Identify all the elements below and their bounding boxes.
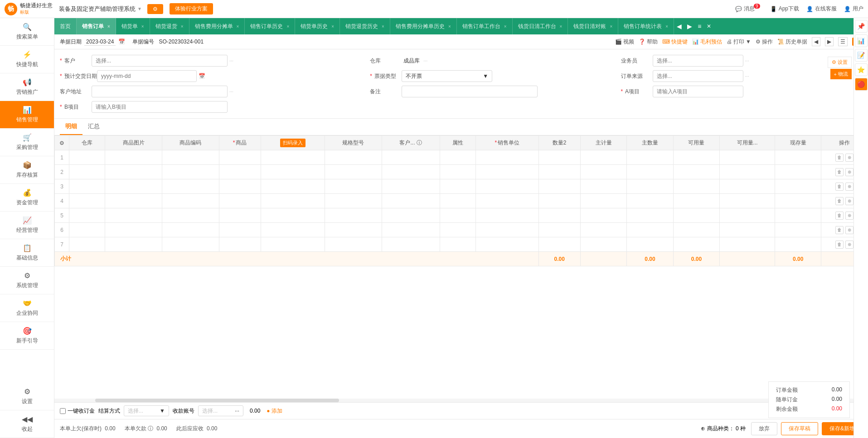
- right-panel-table-btn[interactable]: 📊: [855, 34, 868, 47]
- row-delete-btn[interactable]: 🗑: [835, 168, 844, 176]
- sidebar-settings-btn[interactable]: ⚙ 设置: [0, 383, 54, 410]
- order-source-input[interactable]: [653, 70, 743, 82]
- current-debt-info-icon[interactable]: ⓘ: [148, 425, 153, 432]
- grid-view-btn[interactable]: ☰: [838, 37, 848, 46]
- account-more-btn[interactable]: ···: [235, 408, 239, 414]
- single-date-value[interactable]: 2023-03-24: [84, 38, 116, 46]
- row-copy-btn[interactable]: ⊕: [845, 241, 853, 249]
- row-delete-btn[interactable]: 🗑: [835, 183, 844, 191]
- calendar-icon[interactable]: 📅: [118, 39, 125, 45]
- row-delete-btn[interactable]: 🗑: [835, 241, 844, 249]
- address-input[interactable]: [92, 86, 228, 97]
- notification-item[interactable]: 💬 消息 9: [735, 5, 763, 13]
- tab-reconcile-close[interactable]: ×: [610, 24, 612, 29]
- row-spec[interactable]: [325, 150, 382, 165]
- nav-prev-record[interactable]: ◀: [812, 37, 820, 46]
- right-panel-star-btn[interactable]: ⭐: [855, 63, 868, 76]
- row-delete-btn[interactable]: 🗑: [835, 154, 844, 162]
- discard-btn[interactable]: 放弃: [751, 422, 777, 435]
- row-copy-btn[interactable]: ⊕: [845, 168, 853, 176]
- tab-sales-return-close[interactable]: ×: [181, 24, 184, 29]
- tab-daily-workbench[interactable]: 钱货日清工作台 ×: [513, 18, 568, 34]
- tab-detail[interactable]: 明细: [60, 119, 82, 135]
- settings-panel-float-btn[interactable]: ⚙ 设置: [828, 57, 852, 68]
- scan-btn[interactable]: 扫码录入: [280, 139, 305, 147]
- tab-reconcile[interactable]: 钱货日清对账 ×: [568, 18, 618, 34]
- tab-fee-history[interactable]: 销售费用分摊单历史 ×: [390, 18, 457, 34]
- sidebar-item-system[interactable]: ⚙ 系统管理: [0, 267, 54, 294]
- tab-sales-fee-close[interactable]: ×: [237, 24, 239, 29]
- invoice-type-select[interactable]: 不开票 ▼: [402, 70, 492, 82]
- order-source-more-btn[interactable]: ···: [745, 73, 749, 79]
- profit-btn[interactable]: 📊 毛利预估: [692, 38, 722, 46]
- row-main-qty[interactable]: [627, 150, 673, 165]
- row-copy-btn[interactable]: ⊕: [845, 226, 853, 234]
- help-btn[interactable]: ❓ 帮助: [639, 38, 658, 46]
- add-btn[interactable]: ● 添加: [267, 407, 282, 415]
- row-warehouse[interactable]: [69, 150, 105, 165]
- remark-input[interactable]: [402, 86, 538, 97]
- one-click-checkbox[interactable]: [60, 408, 66, 414]
- sidebar-item-guide[interactable]: 🎯 新手引导: [0, 322, 54, 350]
- print-dropdown-icon[interactable]: ▼: [746, 39, 751, 45]
- col-settings[interactable]: ⚙: [55, 136, 69, 150]
- tab-nav-expand[interactable]: ≡: [695, 23, 704, 30]
- tab-order-workbench-close[interactable]: ×: [504, 24, 507, 29]
- row-copy-btn[interactable]: ⊕: [845, 154, 853, 162]
- tab-sales-order[interactable]: 销售订单 ×: [77, 18, 116, 34]
- row-code[interactable]: [162, 150, 219, 165]
- tab-sales-fee[interactable]: 销售费用分摊单 ×: [189, 18, 245, 34]
- sidebar-item-search[interactable]: 🔍 搜索菜单: [0, 18, 54, 46]
- row-copy-btn[interactable]: ⊕: [845, 183, 853, 191]
- row-product[interactable]: [219, 165, 261, 179]
- tab-sales-return[interactable]: 销货退货 ×: [150, 18, 189, 34]
- delivery-calendar-icon[interactable]: 📅: [199, 73, 205, 79]
- row-copy-btn[interactable]: ⊕: [845, 212, 853, 220]
- row-main-qty[interactable]: [627, 165, 673, 179]
- row-code[interactable]: [162, 165, 219, 179]
- row-qty2[interactable]: [538, 150, 580, 165]
- salesperson-more-btn[interactable]: ···: [745, 58, 749, 63]
- industry-btn[interactable]: 体验行业方案: [170, 3, 213, 14]
- row-delete-btn[interactable]: 🗑: [835, 197, 844, 205]
- row-customer-code[interactable]: [382, 150, 440, 165]
- one-click-checkbox-label[interactable]: 一键收订金: [60, 407, 95, 415]
- row-warehouse[interactable]: [69, 179, 105, 194]
- tab-stats-close[interactable]: ×: [665, 24, 668, 29]
- sidebar-item-quicknav[interactable]: ⚡ 快捷导航: [0, 46, 54, 73]
- title-dropdown-icon[interactable]: ▼: [137, 6, 142, 11]
- customer-input[interactable]: [92, 55, 228, 67]
- tab-home[interactable]: 首页: [54, 18, 77, 34]
- gear-settings-btn[interactable]: ⚙: [147, 4, 163, 14]
- tab-summary[interactable]: 汇总: [82, 119, 105, 135]
- tab-invoice-history[interactable]: 销货单历史 ×: [295, 18, 340, 34]
- tab-fee-history-close[interactable]: ×: [448, 24, 451, 29]
- tab-stats[interactable]: 销售订单统计表 ×: [618, 18, 674, 34]
- row-unit[interactable]: [476, 150, 539, 165]
- sidebar-item-purchase[interactable]: 🛒 采购管理: [0, 129, 54, 156]
- delivery-date-input[interactable]: [97, 70, 197, 82]
- right-panel-pin-btn[interactable]: 📌: [855, 20, 868, 33]
- b-project-input[interactable]: [92, 101, 228, 113]
- tab-order-workbench[interactable]: 销售订单工作台 ×: [457, 18, 513, 34]
- sidebar-collapse-btn[interactable]: ◀◀ 收起: [0, 410, 54, 438]
- nav-next-record[interactable]: ▶: [825, 37, 834, 46]
- sidebar-item-marketing[interactable]: 📢 营销推广: [0, 73, 54, 101]
- tab-sales-order-close[interactable]: ×: [107, 24, 110, 29]
- right-panel-alert-btn[interactable]: 🔴: [855, 78, 868, 91]
- row-copy-btn[interactable]: ⊕: [845, 197, 853, 205]
- row-attr[interactable]: [440, 165, 475, 179]
- warehouse-more-btn[interactable]: ···: [423, 58, 427, 63]
- row-product[interactable]: [219, 150, 261, 165]
- tab-nav-next[interactable]: ▶: [684, 23, 695, 30]
- col-scan[interactable]: 扫码录入: [261, 136, 325, 150]
- customer-more-btn[interactable]: ···: [229, 58, 233, 63]
- history-btn[interactable]: 📜 历史单据: [777, 38, 807, 46]
- view-btn[interactable]: 🎬 视频: [615, 38, 634, 46]
- tab-invoice-history-close[interactable]: ×: [331, 24, 334, 29]
- operation-btn[interactable]: ⚙ 操作: [756, 38, 773, 46]
- row-spec[interactable]: [325, 165, 382, 179]
- row-qty2[interactable]: [538, 165, 580, 179]
- row-unit[interactable]: [476, 165, 539, 179]
- row-warehouse[interactable]: [69, 165, 105, 179]
